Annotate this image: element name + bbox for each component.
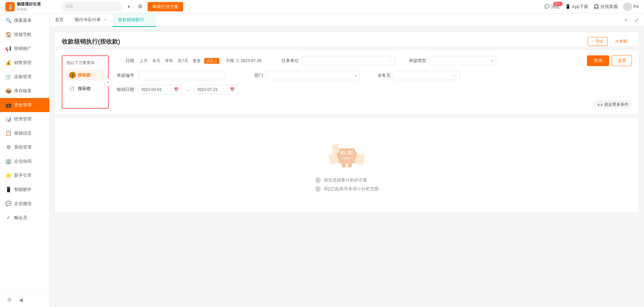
sidebar-item-label: 系统管理 xyxy=(14,144,32,150)
top-header: 🐰 畅捷通好生意 标准版 搜索 ▾ ⚙ 体验行业方案 💬 消息 99+ 📱 Ap… xyxy=(0,0,644,13)
user-area[interactable]: Rit xyxy=(623,2,639,11)
page-header: 收款核销执行(按收款) ↑ 导出 ↺ 刷新 xyxy=(55,32,639,46)
sidebar-item-label: 畅会员 xyxy=(14,215,27,221)
collapse-sidebar-icon[interactable]: ◀ xyxy=(17,296,25,304)
empty-state: 1 请先选择要分析的方案 2 用[过滤]条件来缩小分析范围 xyxy=(55,118,639,212)
date-label: 日期 xyxy=(114,58,134,64)
sidebar-item-label: 经营管理 xyxy=(14,116,32,122)
sidebar-item-system[interactable]: ⚙ 系统管理 xyxy=(0,140,49,154)
refresh-icon: ↺ xyxy=(615,39,618,44)
sidebar-item-finance[interactable]: 💼 资金管理 xyxy=(0,98,49,112)
sidebar-item-basic[interactable]: 📋 基础信息 xyxy=(0,126,49,140)
counterpart-select[interactable]: ··· xyxy=(302,56,395,65)
query-button[interactable]: 查询 xyxy=(587,55,609,66)
date-shortcut-7days[interactable]: 近7天 xyxy=(176,57,190,64)
svg-rect-0 xyxy=(338,148,355,163)
tab-collection-close[interactable]: × xyxy=(146,17,151,22)
refresh-button[interactable]: ↺ 刷新 xyxy=(610,37,632,46)
verify-date-end[interactable]: 2023-07-21 📅 xyxy=(194,85,238,94)
sidebar-item-label: 新手引导 xyxy=(14,172,32,178)
tab-home[interactable]: 首页 xyxy=(50,13,69,27)
message-item[interactable]: 💬 消息 99+ xyxy=(544,4,560,10)
hint-num-2: 2 xyxy=(315,186,321,192)
logo-title: 畅捷通好生意 xyxy=(17,1,41,7)
sidebar-item-label: 销售管理 xyxy=(14,60,32,66)
sidebar-item-label: 库存核算 xyxy=(14,88,32,94)
filter-option-by-receivable[interactable]: ⏱ 按应收 xyxy=(66,83,104,95)
date-shortcut-this-month[interactable]: 本月 xyxy=(151,57,162,64)
hint-num-1: 1 xyxy=(315,177,321,183)
empty-hint-1: 1 请先选择要分析的方案 xyxy=(315,177,378,183)
dept-arrow: ▾ xyxy=(355,74,357,78)
user-name: Rit xyxy=(633,4,639,9)
export-button[interactable]: ↑ 导出 xyxy=(588,37,608,46)
sales-icon: 💰 xyxy=(5,60,11,66)
sidebar-item-wechat[interactable]: 💬 企业微信 xyxy=(0,197,49,211)
search-placeholder: 搜索 xyxy=(65,4,73,9)
more-conditions-row: ∧∧ 收起更多条件 xyxy=(114,99,632,109)
svg-point-6 xyxy=(350,152,351,153)
sidebar-item-hardware[interactable]: 📱 智能硬件 xyxy=(0,183,49,197)
sidebar-bottom: ⚙ ◀ xyxy=(0,292,49,307)
sidebar: 🔍 搜索菜单 🏠 快捷导航 📢 营销推广 💰 销售管理 🛒 采购管理 📦 库存核… xyxy=(0,13,50,307)
app-download-label: App下载 xyxy=(572,4,588,10)
sidebar-item-search-menu[interactable]: 🔍 搜索菜单 xyxy=(0,13,49,28)
sidebar-item-quick-nav[interactable]: 🏠 快捷导航 xyxy=(0,28,49,42)
header-search-box[interactable]: 搜索 xyxy=(62,2,122,11)
date-shortcut-this-year[interactable]: 本年 xyxy=(164,57,174,64)
search-menu-icon: 🔍 xyxy=(5,17,11,23)
page-actions: ↑ 导出 ↺ 刷新 xyxy=(588,37,632,46)
tab-prepay[interactable]: 预付冲应付单 × xyxy=(69,13,113,27)
logo-icon: 🐰 xyxy=(5,2,15,11)
sidebar-item-business[interactable]: 📊 经营管理 xyxy=(0,112,49,126)
hint-text-2: 用[过滤]条件来缩小分析范围 xyxy=(324,186,378,192)
sidebar-item-purchase[interactable]: 🛒 采购管理 xyxy=(0,70,49,84)
staff-select[interactable]: ··· xyxy=(393,71,460,80)
counterpart-label: 往来单位 xyxy=(279,58,299,64)
sidebar-item-enterprise[interactable]: 🏢 企业协同 xyxy=(0,154,49,168)
date-value-text: 2023-07-26 xyxy=(241,58,261,63)
collapse-filter-btn[interactable]: » xyxy=(104,78,112,86)
sidebar-item-member[interactable]: ✓ 畅会员 xyxy=(0,211,49,225)
empty-hint-2: 2 用[过滤]条件来缩小分析范围 xyxy=(315,186,378,192)
doc-no-input[interactable] xyxy=(138,71,225,80)
doc-type-group: 单据类型 ▾ xyxy=(406,56,496,65)
header-dropdown-btn[interactable]: ▾ xyxy=(125,3,133,11)
tab-collection[interactable]: 收款核销执行 × xyxy=(113,13,156,27)
settings-bottom-icon[interactable]: ⚙ xyxy=(5,296,13,304)
filter-collection-icon: 💲 xyxy=(69,72,76,79)
tab-close-action[interactable]: × xyxy=(621,15,631,25)
dept-select[interactable]: ▾ xyxy=(266,71,360,80)
tab-expand-action[interactable]: ⤢ xyxy=(632,15,641,25)
filter-left-title: 按以下方案查询 xyxy=(66,60,104,66)
logo-text: 畅捷通好生意 标准版 xyxy=(17,1,41,12)
system-icon: ⚙ xyxy=(5,144,11,150)
inventory-icon: 📦 xyxy=(5,88,11,94)
tab-prepay-close[interactable]: × xyxy=(103,17,107,22)
tab-prepay-label: 预付冲应付单 xyxy=(74,17,101,23)
gear-icon[interactable]: ⚙ xyxy=(136,2,145,11)
date-shortcut-last-month[interactable]: 上月 xyxy=(138,57,149,64)
sidebar-item-sales[interactable]: 💰 销售管理 xyxy=(0,56,49,70)
more-conditions-btn[interactable]: ∧∧ 收起更多条件 xyxy=(594,100,632,109)
filter-option-by-collection[interactable]: 💲 按收款 xyxy=(66,69,104,81)
doc-type-label: 单据类型 xyxy=(406,58,426,64)
dept-label: 部门 xyxy=(243,72,263,79)
verify-date-label: 核销日期 xyxy=(114,87,134,93)
settings-button[interactable]: 设置 xyxy=(612,55,632,66)
date-to-text: 至 xyxy=(235,58,239,64)
svg-rect-11 xyxy=(348,162,352,167)
verify-date-start[interactable]: 2023-03-01 📅 xyxy=(138,85,182,94)
app-download-item[interactable]: 📱 App下载 xyxy=(565,4,588,10)
filter-row-1: 日期 上月 本月 本年 近7天 更多 自定义 不限 至 2023-07 xyxy=(114,55,632,66)
empty-svg xyxy=(327,138,367,172)
sidebar-item-inventory[interactable]: 📦 库存核算 xyxy=(0,84,49,98)
doc-type-select[interactable]: ▾ xyxy=(429,56,496,65)
trial-button[interactable]: 体验行业方案 xyxy=(148,2,183,11)
date-shortcut-more[interactable]: 更多 xyxy=(192,57,202,64)
tab-bar-actions: × ⤢ xyxy=(621,15,644,25)
sidebar-item-marketing[interactable]: 📢 营销推广 xyxy=(0,42,49,56)
online-service-item[interactable]: 🎧 在线客服 xyxy=(594,4,618,10)
sidebar-item-guide[interactable]: 🌟 新手引导 xyxy=(0,168,49,183)
logo-area: 🐰 畅捷通好生意 标准版 xyxy=(5,1,55,12)
